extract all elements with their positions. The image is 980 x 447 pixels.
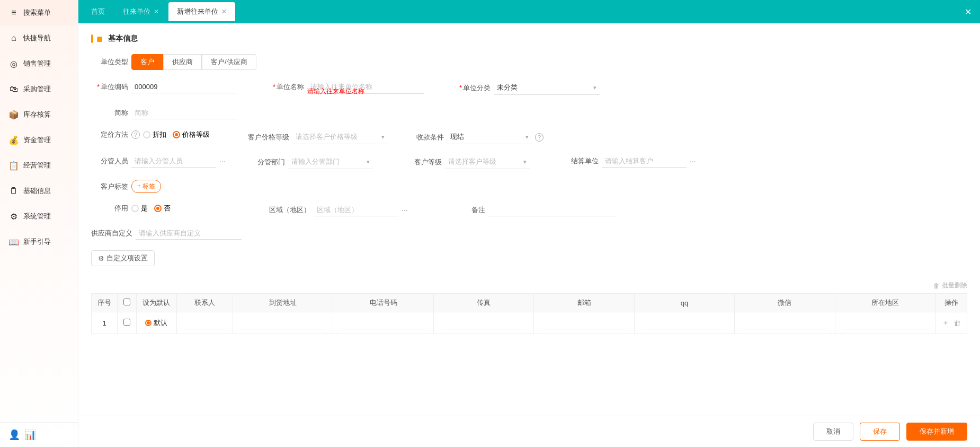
batch-delete-icon: 🗑 (933, 282, 940, 290)
batch-delete-button[interactable]: 🗑 批量删除 (933, 281, 967, 290)
remark-input[interactable] (488, 204, 616, 216)
payment-terms-arrow: ▾ (525, 134, 529, 141)
pricing-help-icon[interactable]: ? (131, 130, 140, 139)
custom-settings-label: 自定义项设置 (106, 253, 148, 263)
radio-no-circle (154, 205, 162, 212)
sidebar-item-purchase[interactable]: 🛍 采购管理 (0, 76, 78, 102)
row-phone-input[interactable] (341, 317, 426, 329)
tab-new-partner[interactable]: 新增往来单位 ✕ (168, 2, 235, 21)
row-contact-input[interactable] (184, 317, 226, 329)
sidebar-settings[interactable]: 📊 (24, 429, 36, 441)
row-add-btn[interactable]: ＋ (942, 318, 949, 328)
customer-level-select[interactable]: 请选择客户等级 ▾ (445, 155, 530, 169)
contact-table: 序号 设为默认 联系人 到货地址 电话号码 传真 邮箱 qq 微信 所在地区 操… (91, 293, 967, 334)
disabled-radio-yes[interactable]: 是 (131, 204, 148, 213)
region-more-btn[interactable]: ··· (402, 206, 408, 214)
row-email-input[interactable] (542, 317, 627, 329)
sidebar-item-sales[interactable]: ◎ 销售管理 (0, 51, 78, 76)
manager-group: 分管人员 ··· (91, 155, 229, 168)
pricing-radio-level[interactable]: 价格等级 (173, 130, 210, 139)
tab-home[interactable]: 首页 (83, 7, 113, 16)
pricing-radio-group: 折扣 价格等级 (143, 130, 210, 139)
disabled-radio-no[interactable]: 否 (154, 204, 171, 213)
supplier-custom-label: 供应商自定义 (91, 229, 132, 238)
td-wechat (735, 312, 835, 334)
th-region: 所在地区 (835, 294, 935, 312)
row-wechat-input[interactable] (742, 317, 827, 329)
bottom-bar: 取消 保存 保存并新增 (78, 416, 980, 447)
section-title-text: 基本信息 (108, 34, 138, 43)
select-all-checkbox[interactable] (123, 299, 130, 305)
sidebar-item-label: 库存核算 (23, 110, 51, 119)
row-address-input[interactable] (240, 317, 325, 329)
type-btn-customer[interactable]: 客户 (131, 54, 163, 70)
sidebar-item-label: 系统管理 (23, 212, 51, 221)
department-select[interactable]: 请输入分管部门 ▾ (288, 155, 373, 169)
customer-level-group: 客户等级 请选择客户等级 ▾ (405, 155, 542, 169)
sidebar-item-basic[interactable]: 🗒 基础信息 (0, 178, 78, 204)
payment-terms-select[interactable]: 现结 ▾ (447, 130, 532, 144)
td-qq (634, 312, 734, 334)
row-delete-btn[interactable]: 🗑 (954, 319, 961, 327)
type-btn-both[interactable]: 客户/供应商 (202, 54, 256, 70)
row-fax-input[interactable] (441, 317, 526, 329)
region-input[interactable] (314, 204, 398, 216)
th-seq: 序号 (92, 294, 118, 312)
supplier-custom-input[interactable] (136, 227, 242, 240)
cancel-button[interactable]: 取消 (813, 423, 853, 441)
unit-code-input[interactable] (131, 81, 237, 93)
th-phone: 电话号码 (333, 294, 433, 312)
tabbar-close-all[interactable]: ✕ (960, 5, 976, 19)
radio-level-label: 价格等级 (182, 130, 210, 139)
section-title: ◼ 基本信息 (91, 34, 967, 43)
tab-new-partner-close[interactable]: ✕ (221, 8, 227, 15)
type-btn-supplier[interactable]: 供应商 (163, 54, 202, 70)
sidebar-item-label: 基础信息 (23, 186, 51, 196)
contact-table-section: 🗑 批量删除 序号 设为默认 联系人 到货地址 电话号码 传真 邮箱 qq (91, 281, 967, 334)
sidebar-item-guide[interactable]: 📖 新手引导 (0, 229, 78, 255)
pricing-radio-discount[interactable]: 折扣 (143, 130, 166, 139)
unit-category-select[interactable]: 未分类 ▾ (494, 81, 600, 95)
row-checkbox[interactable] (123, 319, 130, 326)
tags-row: 客户标签 + 标签 (91, 180, 967, 193)
customer-price-level-arrow: ▾ (381, 134, 385, 141)
custom-settings-button[interactable]: ⚙ 自定义项设置 (91, 250, 155, 266)
payment-terms-help-icon[interactable]: ? (535, 133, 544, 142)
add-tag-button[interactable]: + 标签 (131, 180, 161, 193)
sidebar-item-label: 销售管理 (23, 59, 51, 68)
settlement-input[interactable] (602, 155, 687, 168)
unit-code-group: 单位编码 (91, 81, 237, 93)
row-qq-input[interactable] (642, 317, 727, 329)
settlement-more-btn[interactable]: ··· (690, 157, 696, 165)
tab-partners[interactable]: 往来单位 ✕ (114, 2, 167, 21)
sidebar-item-system[interactable]: ⚙ 系统管理 (0, 204, 78, 229)
sidebar-item-finance[interactable]: 💰 资金管理 (0, 127, 78, 153)
sidebar-item-quicknav[interactable]: ⌂ 快捷导航 (0, 25, 78, 51)
row-actions: ＋ 🗑 (941, 318, 961, 328)
short-name-input[interactable] (131, 107, 237, 119)
td-seq: 1 (92, 312, 118, 334)
region-label: 区域（地区） (269, 205, 310, 215)
manager-more-btn[interactable]: ··· (219, 157, 226, 165)
sidebar-avatar[interactable]: 👤 (8, 429, 20, 441)
row-default-radio[interactable] (145, 320, 152, 326)
customer-price-level-select[interactable]: 请选择客户价格等级 ▾ (292, 130, 388, 144)
td-default: 默认 (136, 312, 176, 334)
purchase-icon: 🛍 (8, 84, 19, 94)
sidebar-item-inventory[interactable]: 📦 库存核算 (0, 102, 78, 127)
sidebar-item-label: 快捷导航 (23, 33, 51, 43)
save-new-button[interactable]: 保存并新增 (906, 423, 967, 441)
sidebar-item-operations[interactable]: 📋 经营管理 (0, 153, 78, 178)
unit-type-row: 单位类型 客户 供应商 客户/供应商 (91, 54, 967, 70)
td-region (835, 312, 935, 334)
row-region-input[interactable] (843, 317, 928, 329)
payment-terms-value: 现结 (450, 132, 464, 142)
tab-partners-close[interactable]: ✕ (154, 8, 159, 15)
manager-input[interactable] (131, 155, 216, 168)
save-button[interactable]: 保存 (860, 423, 900, 441)
payment-terms-label: 收款条件 (407, 133, 444, 142)
remark-label: 备注 (448, 205, 485, 215)
sidebar-item-search[interactable]: ≡ 搜索菜单 (0, 0, 78, 25)
th-action: 操作 (936, 294, 967, 312)
unit-category-label: 单位分类 (453, 83, 491, 93)
